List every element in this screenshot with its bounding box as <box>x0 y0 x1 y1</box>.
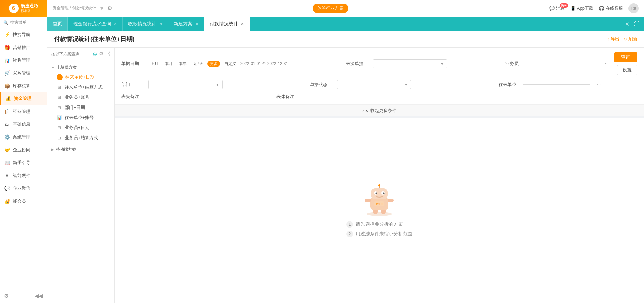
collapse-bar[interactable]: ∧∧ 收起更多条件 <box>115 104 644 116</box>
sidebar-item-operations[interactable]: 📋 经营管理 <box>0 105 47 118</box>
scheme-item-label: 业务员+账号 <box>65 94 89 100</box>
scheme-item-salesman-date[interactable]: ⊟ 业务员+日期 <box>47 123 114 133</box>
operations-icon: 📋 <box>4 109 10 115</box>
topbar-left: 资金管理 / 付款情况统计 ▾ ⚙ <box>53 5 112 11</box>
sidebar-item-wechat[interactable]: 💬 企业微信 <box>0 182 47 195</box>
source-select[interactable]: ▾ <box>373 59 447 68</box>
sidebar-item-label: 快捷导航 <box>13 32 30 38</box>
date-opt-last-month[interactable]: 上月 <box>148 60 160 67</box>
sidebar-item-label: 采购管理 <box>13 70 30 76</box>
app-title: 畅捷通巧 <box>21 3 38 9</box>
enterprise-icon: 🤝 <box>4 147 10 153</box>
date-options: 上月 本月 本年 近7天 更多 自定义 2022-01-01 至 2022-12… <box>148 60 288 67</box>
scheme-item-salesman-settle[interactable]: ⊟ 业务员+结算方式 <box>47 133 114 143</box>
sidebar-item-hardware[interactable]: 🖥 智能硬件 <box>0 169 47 182</box>
tab-new-scheme[interactable]: 新建方案 ✕ <box>168 17 204 31</box>
salesman-dots-icon[interactable]: ··· <box>603 61 608 67</box>
sidebar-item-member[interactable]: 👑 畅会员 <box>0 195 47 208</box>
sidebar-search[interactable]: 🔍 搜索菜单 <box>0 17 47 28</box>
counterpart-dots-icon[interactable]: ··· <box>597 82 602 88</box>
tabbar-actions: ✕ ⛶ <box>620 17 644 31</box>
desktop-section-label: 电脑端方案 <box>57 65 77 70</box>
date-opt-this-month[interactable]: 本月 <box>163 60 175 67</box>
tip-num-2: 2 <box>346 231 353 237</box>
sidebar-item-system[interactable]: ⚙️ 系统管理 <box>0 131 47 144</box>
online-service-button[interactable]: 🎧 在线客服 <box>599 5 623 11</box>
scheme-panel-header: 按以下方案查询 ⊕ ⚙ 《 <box>47 48 114 61</box>
tab-home-label: 首页 <box>53 21 62 27</box>
date-opt-more[interactable]: 更多 <box>207 61 220 67</box>
tab-payment-stats-close-icon[interactable]: ✕ <box>241 22 244 26</box>
date-range-text: 2022-01-01 至 2022-12-31 <box>240 61 288 67</box>
app-title-block: 畅捷通巧 标准版 <box>21 3 38 13</box>
scheme-settings-icon[interactable]: ⚙ <box>99 51 104 57</box>
sidebar-item-purchase[interactable]: 🛒 采购管理 <box>0 67 47 80</box>
desktop-section-title[interactable]: ▼ 电脑端方案 <box>47 63 114 72</box>
source-label: 来源单据 <box>346 61 366 67</box>
sidebar-item-guide[interactable]: 📖 新手引导 <box>0 156 47 169</box>
scheme-item-label: 往来单位+日期 <box>65 74 94 80</box>
export-icon: ↑ <box>607 37 610 42</box>
doc-status-select[interactable]: ▾ <box>337 80 411 89</box>
scheme-collapse-icon[interactable]: 《 <box>106 51 110 57</box>
dept-select[interactable]: ▾ <box>148 80 223 89</box>
header-note-label: 表头备注 <box>121 94 142 100</box>
header-note-input[interactable] <box>148 97 236 97</box>
basic-info-icon: 🗂 <box>4 121 10 127</box>
date-opt-this-year[interactable]: 本年 <box>177 60 189 67</box>
footer-settings-icon[interactable]: ⚙ <box>4 293 9 299</box>
scheme-item-label: 业务员+结算方式 <box>65 135 98 141</box>
footer-collapse-icon[interactable]: ◀◀ <box>35 293 43 299</box>
tab-new-scheme-close-icon[interactable]: ✕ <box>195 22 199 26</box>
app-download-button[interactable]: 📱 App下载 <box>570 5 593 11</box>
dropdown-arrow-icon[interactable]: ▾ <box>100 5 103 11</box>
collapse-label: 收起更多条件 <box>370 108 397 114</box>
tab-bank-flow-close-icon[interactable]: ✕ <box>114 22 117 26</box>
sidebar-item-quick-nav[interactable]: ⚡ 快捷导航 <box>0 28 47 41</box>
body-note-input[interactable] <box>303 97 398 97</box>
svg-point-8 <box>376 192 377 194</box>
mobile-section-title[interactable]: ▶ 移动端方案 <box>47 145 114 154</box>
scheme-item-counterpart-settle[interactable]: ⊟ 往来单位+结算方式 <box>47 82 114 92</box>
scheme-add-icon[interactable]: ⊕ <box>93 51 97 57</box>
date-opt-7days[interactable]: 近7天 <box>191 60 205 67</box>
trial-button[interactable]: 体验行业方案 <box>313 4 348 13</box>
sidebar-item-marketing[interactable]: 🎁 营销推广 <box>0 41 47 54</box>
scheme-item-salesman-account[interactable]: ⊟ 业务员+账号 <box>47 92 114 102</box>
topbar-settings-icon[interactable]: ⚙ <box>107 5 112 11</box>
scheme-table-icon: ⊟ <box>57 135 62 141</box>
sidebar-item-finance[interactable]: 💰 资金管理 <box>0 92 47 105</box>
tab-receipt-stats-close-icon[interactable]: ✕ <box>159 22 163 26</box>
date-opt-custom[interactable]: 自定义 <box>222 60 238 67</box>
tab-bank-flow[interactable]: 现金银行流水查询 ✕ <box>68 17 123 31</box>
salesman-input[interactable] <box>529 64 596 64</box>
refresh-button[interactable]: ↻ 刷新 <box>623 36 637 42</box>
tab-home[interactable]: 首页 <box>47 17 68 31</box>
scheme-item-label: 往来单位+结算方式 <box>65 84 103 90</box>
mobile-arrow-icon: ▶ <box>51 148 54 151</box>
scheme-item-label: 部门+日期 <box>65 104 85 111</box>
page-title: 付款情况统计(往来单位+日期) <box>54 35 135 43</box>
query-button[interactable]: 查询 <box>614 52 637 62</box>
scheme-item-counterpart-account[interactable]: 📊 往来单位+账号 <box>47 113 114 123</box>
export-button[interactable]: ↑ 导出 <box>607 36 620 42</box>
settings-button[interactable]: 设置 <box>617 65 637 75</box>
tab-maximize-icon[interactable]: ⛶ <box>633 20 641 28</box>
tab-close-all-icon[interactable]: ✕ <box>623 20 631 28</box>
message-icon: 💬 <box>549 6 555 11</box>
dept-label: 部门 <box>121 82 142 88</box>
tab-payment-stats[interactable]: 付款情况统计 ✕ <box>204 17 250 31</box>
app-icon: 📱 <box>570 6 576 11</box>
scheme-item-dept-date[interactable]: ⊟ 部门+日期 <box>47 102 114 113</box>
sidebar-item-enterprise[interactable]: 🤝 企业协同 <box>0 144 47 156</box>
sidebar-item-inventory[interactable]: 📦 库存核算 <box>0 80 47 92</box>
sidebar-item-sales[interactable]: 📊 销售管理 <box>0 54 47 67</box>
svg-point-0 <box>367 212 392 216</box>
scheme-item-counterpart-date[interactable]: 往来单位+日期 <box>47 72 114 82</box>
message-button[interactable]: 💬 消息 99+ <box>549 5 565 11</box>
scheme-table-icon: ⊟ <box>57 85 62 90</box>
user-avatar[interactable]: Rit <box>628 3 639 13</box>
tab-receipt-stats[interactable]: 收款情况统计 ✕ <box>123 17 168 31</box>
counterpart-input[interactable] <box>523 84 590 85</box>
sidebar-item-basic-info[interactable]: 🗂 基础信息 <box>0 118 47 131</box>
